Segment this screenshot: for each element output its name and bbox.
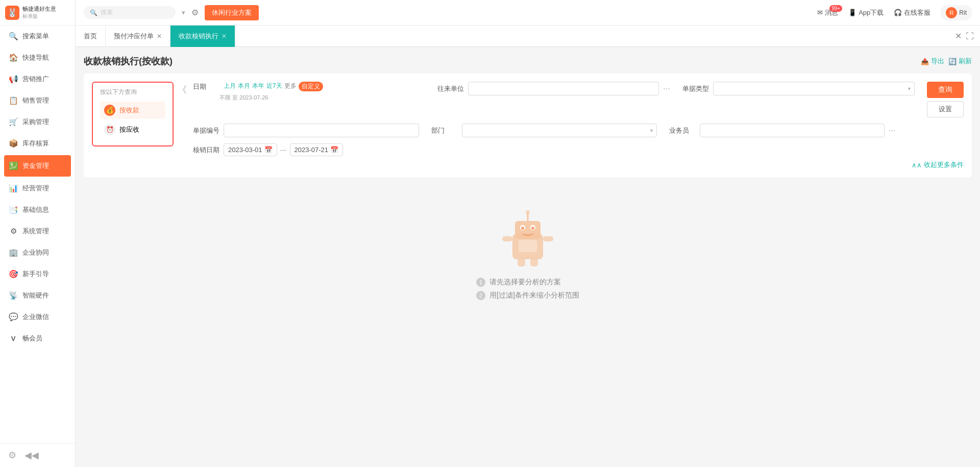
service-label: 在线客服 (904, 8, 930, 17)
topbar-search[interactable]: 🔍 搜索 (84, 6, 176, 19)
filter-docno-field: 单据编号 (193, 124, 419, 137)
app-name: 畅捷通好生意 (22, 5, 56, 12)
enterprise-icon: 🏢 (8, 248, 18, 258)
sidebar-item-inventory[interactable]: 📦 库存核算 (0, 133, 75, 154)
staff-more-icon[interactable]: ··· (889, 126, 895, 135)
topbar-user[interactable]: R Rit (941, 5, 972, 20)
date-this-year[interactable]: 本年 (252, 82, 264, 91)
sidebar-item-label: 智能硬件 (22, 291, 49, 300)
collapse-more-button[interactable]: ∧∧ 收起更多条件 (912, 160, 964, 169)
settings-button[interactable]: 设置 (927, 101, 964, 117)
tab-prepay[interactable]: 预付冲应付单 ✕ (106, 26, 170, 47)
filter-option-by-receipt[interactable]: 💰 按收款 (100, 102, 165, 119)
sidebar-item-search[interactable]: 🔍 搜索菜单 (0, 26, 75, 47)
sidebar-item-guide[interactable]: 🎯 新手引导 (0, 263, 75, 285)
sidebar-item-label: 企业微信 (22, 312, 49, 322)
svg-rect-1 (515, 221, 541, 239)
date-7days[interactable]: 近7天 (266, 82, 282, 91)
refresh-icon: 🔄 (948, 58, 957, 65)
sidebar-item-system[interactable]: ⚙ 系统管理 (0, 220, 75, 242)
inventory-icon: 📦 (8, 138, 18, 149)
tab-close-button[interactable]: ✕ (955, 31, 962, 41)
collapse-sidebar-icon[interactable]: ◀◀ (24, 450, 39, 461)
empty-tip-1: 1 请先选择要分析的方案 (476, 278, 579, 287)
filter-form-area: 日期 上月 本月 本年 近7天 更多 自定义 不限 至 2023-0 (193, 82, 964, 169)
sidebar-item-operation[interactable]: 📊 经营管理 (0, 178, 75, 199)
filter-doctype-field: 单据类型 ▾ (682, 82, 915, 95)
filter-option-by-receivable[interactable]: ⏰ 按应收 (100, 121, 165, 138)
date-more[interactable]: 更多 (284, 82, 297, 91)
search-placeholder: 搜索 (101, 8, 113, 17)
sidebar-item-sales[interactable]: 📋 销售管理 (0, 90, 75, 111)
staff-input[interactable] (700, 124, 884, 137)
tip-2-text: 用[过滤]条件来缩小分析范围 (489, 291, 579, 300)
doctype-select[interactable] (713, 82, 915, 95)
sidebar-item-marketing[interactable]: 📢 营销推广 (0, 68, 75, 90)
content-area: 收款核销执行(按收款) 📤 导出 🔄 刷新 按以下方查询 💰 (76, 47, 980, 467)
svg-rect-9 (543, 236, 553, 241)
topbar-online-service[interactable]: 🎧 在线客服 (894, 8, 930, 17)
sidebar-item-quick-nav[interactable]: 🏠 快捷导航 (0, 47, 75, 68)
filter-action-buttons: 查询 设置 (927, 82, 964, 117)
search-icon: 🔍 (8, 31, 18, 41)
svg-point-7 (526, 210, 530, 214)
tab-receivable-close[interactable]: ✕ (222, 33, 227, 40)
empty-tips: 1 请先选择要分析的方案 2 用[过滤]条件来缩小分析范围 (476, 278, 579, 300)
app-logo: 🐰 畅捷通好生意 标准版 (0, 0, 75, 26)
tab-prepay-close[interactable]: ✕ (157, 33, 162, 40)
tab-prepay-label: 预付冲应付单 (114, 32, 154, 41)
filter-panel-title: 按以下方查询 (100, 88, 165, 96)
purchase-icon: 🛒 (8, 117, 18, 127)
empty-illustration (497, 208, 558, 269)
partner-input[interactable] (468, 82, 659, 95)
sidebar-nav: 🔍 搜索菜单 🏠 快捷导航 📢 营销推广 📋 销售管理 🛒 采购管理 📦 库存核… (0, 26, 75, 443)
message-badge: 99+ (829, 5, 842, 12)
verify-date-start-picker[interactable]: 2023-03-01 📅 (224, 143, 277, 156)
tab-home[interactable]: 首页 (76, 26, 106, 47)
tab-actions: ✕ ⛶ (949, 31, 980, 41)
docno-input[interactable] (224, 124, 419, 137)
app-label: App下载 (859, 8, 884, 17)
page-actions: 📤 导出 🔄 刷新 (921, 57, 972, 66)
sidebar-item-wechat[interactable]: 💬 企业微信 (0, 306, 75, 328)
sidebar-item-basic-info[interactable]: 📑 基础信息 (0, 199, 75, 220)
topbar-right: ✉ 消息 99+ 📱 App下载 🎧 在线客服 R Rit (817, 5, 972, 20)
export-icon: 📤 (921, 58, 929, 65)
query-button[interactable]: 查询 (927, 82, 964, 98)
filter-date-range: 2023-03-01 📅 — 2023-07-21 📅 (224, 143, 343, 156)
collapse-more-label: 收起更多条件 (924, 160, 964, 169)
user-avatar: R (946, 7, 957, 18)
export-button[interactable]: 📤 导出 (921, 57, 944, 66)
date-last-month[interactable]: 上月 (224, 82, 236, 91)
sidebar-item-purchase[interactable]: 🛒 采购管理 (0, 111, 75, 133)
tab-fullscreen-button[interactable]: ⛶ (966, 32, 974, 41)
topbar-dropdown-icon[interactable]: ▾ (182, 9, 185, 16)
sidebar-item-member[interactable]: V 畅会员 (0, 328, 75, 349)
date-this-month[interactable]: 本月 (238, 82, 250, 91)
topbar-gear-icon[interactable]: ⚙ (191, 8, 199, 17)
refresh-label: 刷新 (959, 57, 972, 66)
date-custom[interactable]: 自定义 (299, 82, 323, 91)
sidebar-item-enterprise[interactable]: 🏢 企业协同 (0, 242, 75, 263)
sidebar-item-label: 搜索菜单 (22, 32, 49, 41)
dept-select[interactable] (462, 124, 657, 137)
collapse-filter-button[interactable]: 《 (178, 84, 187, 96)
member-icon: V (8, 333, 18, 343)
sidebar-item-finance[interactable]: 💹 资金管理 (4, 155, 71, 177)
topbar-message[interactable]: ✉ 消息 99+ (817, 8, 838, 17)
topbar-app-download[interactable]: 📱 App下载 (848, 8, 884, 17)
refresh-button[interactable]: 🔄 刷新 (948, 57, 972, 66)
sidebar-item-label: 库存核算 (22, 139, 49, 148)
date-unlimited: 不限 至 2023-07-26 (219, 94, 268, 101)
tip-1-text: 请先选择要分析的方案 (489, 278, 561, 287)
settings-icon[interactable]: ⚙ (8, 450, 16, 461)
sidebar-item-hardware[interactable]: 📡 智能硬件 (0, 285, 75, 306)
basic-info-icon: 📑 (8, 205, 18, 215)
solution-button[interactable]: 休闲行业方案 (205, 5, 259, 20)
tab-receivable[interactable]: 收款核销执行 ✕ (170, 26, 235, 47)
partner-more-icon[interactable]: ··· (663, 84, 670, 93)
svg-point-4 (521, 227, 524, 230)
sidebar-item-label: 经营管理 (22, 184, 49, 193)
verify-date-end-picker[interactable]: 2023-07-21 📅 (290, 143, 344, 156)
filter-row-3: 核销日期 2023-03-01 📅 — 2023-07-21 📅 (193, 143, 964, 156)
